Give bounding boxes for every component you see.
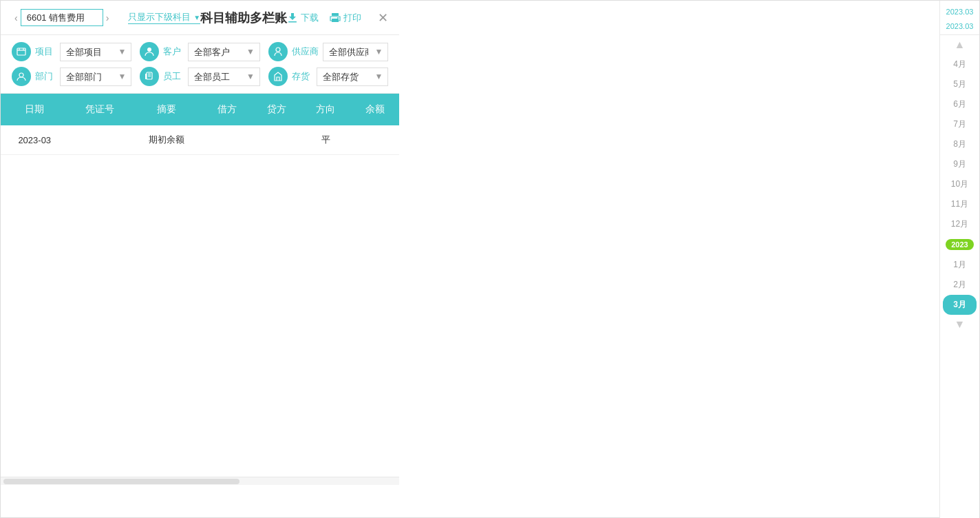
timeline-month-12[interactable]: 12月 bbox=[940, 214, 979, 234]
download-button[interactable]: 下载 bbox=[287, 12, 319, 24]
project-icon bbox=[12, 42, 31, 61]
cell-credit bbox=[252, 125, 301, 155]
inventory-select-wrapper: 全部存货 ▼ bbox=[317, 68, 388, 86]
page-title: 科目辅助多栏账 bbox=[200, 10, 287, 26]
filter-supplier: 供应商 全部供应商 ▼ bbox=[268, 42, 388, 61]
timeline-panel: 2023.03 2023.03 ▲ 4月 5月 6月 7月 8月 9月 10月 … bbox=[939, 1, 979, 518]
timeline-month-3-active[interactable]: 3月 bbox=[943, 295, 977, 315]
customer-select[interactable]: 全部客户 bbox=[188, 43, 259, 61]
show-sub-label: 只显示下级科目 bbox=[128, 11, 191, 23]
print-button[interactable]: 打印 bbox=[330, 12, 361, 24]
header-bar: ‹ › 只显示下级科目 ▼ 科目辅助多栏账 下载 bbox=[1, 1, 399, 35]
cell-balance bbox=[350, 125, 399, 155]
svg-point-3 bbox=[337, 17, 339, 19]
col-balance: 余额 bbox=[350, 94, 399, 125]
cell-direction: 平 bbox=[301, 125, 350, 155]
timeline-month-1[interactable]: 1月 bbox=[940, 255, 979, 275]
col-summary: 摘要 bbox=[131, 94, 202, 125]
show-sub-chevron-icon: ▼ bbox=[193, 14, 200, 21]
svg-point-8 bbox=[276, 48, 280, 52]
department-select-wrapper: 全部部门 ▼ bbox=[60, 68, 131, 86]
inventory-icon bbox=[268, 67, 288, 86]
inventory-label: 存货 bbox=[292, 70, 312, 83]
timeline-period-top-1[interactable]: 2023.03 bbox=[945, 3, 975, 21]
col-direction: 方向 bbox=[301, 94, 350, 125]
print-label: 打印 bbox=[343, 12, 361, 24]
filter-area: 项目 全部项目 ▼ bbox=[1, 35, 399, 94]
svg-rect-2 bbox=[332, 19, 339, 22]
timeline-month-8[interactable]: 8月 bbox=[940, 134, 979, 154]
action-buttons: 下载 打印 ✕ bbox=[287, 10, 388, 25]
filter-row-1: 项目 全部项目 ▼ bbox=[12, 42, 388, 61]
timeline-month-7[interactable]: 7月 bbox=[940, 114, 979, 134]
timeline-month-2[interactable]: 2月 bbox=[940, 275, 979, 295]
close-button[interactable]: ✕ bbox=[378, 10, 388, 25]
timeline-month-9[interactable]: 9月 bbox=[940, 154, 979, 174]
supplier-select-wrapper: 全部供应商 ▼ bbox=[323, 43, 388, 61]
customer-select-wrapper: 全部客户 ▼ bbox=[188, 43, 259, 61]
col-debit: 借方 bbox=[203, 94, 252, 125]
main-window: ‹ › 只显示下级科目 ▼ 科目辅助多栏账 下载 bbox=[0, 0, 980, 518]
project-select[interactable]: 全部项目 bbox=[60, 43, 131, 61]
horizontal-scrollbar-area[interactable] bbox=[1, 477, 399, 485]
employee-icon bbox=[140, 67, 159, 86]
svg-point-9 bbox=[19, 73, 23, 77]
timeline-month-4[interactable]: 4月 bbox=[940, 54, 979, 74]
inventory-select[interactable]: 全部存货 bbox=[317, 68, 388, 86]
department-select[interactable]: 全部部门 bbox=[60, 68, 131, 86]
cell-debit bbox=[203, 125, 252, 155]
svg-rect-4 bbox=[17, 48, 25, 55]
employee-select[interactable]: 全部员工 bbox=[188, 68, 259, 86]
customer-icon bbox=[140, 42, 159, 61]
download-label: 下载 bbox=[301, 12, 319, 24]
filter-customer: 客户 全部客户 ▼ bbox=[140, 42, 259, 61]
filter-project: 项目 全部项目 ▼ bbox=[12, 42, 131, 61]
svg-rect-11 bbox=[145, 74, 147, 79]
filter-employee: 员工 全部员工 ▼ bbox=[140, 67, 259, 86]
year-badge: 2023 bbox=[946, 239, 973, 250]
col-date: 日期 bbox=[1, 94, 69, 125]
print-icon bbox=[330, 12, 341, 23]
table-header-row: 日期 凭证号 摘要 借方 贷方 方向 余额 bbox=[1, 94, 399, 125]
timeline-period-top-2[interactable]: 2023.03 bbox=[940, 21, 979, 35]
customer-label: 客户 bbox=[163, 45, 184, 58]
show-sub-button[interactable]: 只显示下级科目 ▼ bbox=[128, 11, 200, 24]
download-icon bbox=[287, 12, 298, 23]
department-icon bbox=[12, 67, 31, 86]
filter-inventory: 存货 全部存货 ▼ bbox=[268, 67, 388, 86]
table-wrapper[interactable]: 日期 凭证号 摘要 借方 贷方 方向 余额 2023-03 bbox=[1, 94, 399, 477]
filter-department: 部门 全部部门 ▼ bbox=[12, 67, 131, 86]
project-label: 项目 bbox=[35, 45, 56, 58]
cell-voucher bbox=[69, 125, 131, 155]
svg-rect-0 bbox=[288, 21, 297, 23]
department-label: 部门 bbox=[35, 70, 56, 83]
cell-date: 2023-03 bbox=[1, 125, 69, 155]
horizontal-scrollbar[interactable] bbox=[3, 479, 239, 484]
employee-select-wrapper: 全部员工 ▼ bbox=[188, 68, 259, 86]
timeline-month-11[interactable]: 11月 bbox=[940, 194, 979, 214]
prev-arrow[interactable]: ‹ bbox=[12, 11, 21, 25]
cell-summary: 期初余额 bbox=[131, 125, 202, 155]
timeline-month-5[interactable]: 5月 bbox=[940, 74, 979, 94]
project-select-wrapper: 全部项目 ▼ bbox=[60, 43, 131, 61]
account-code-input[interactable] bbox=[21, 9, 103, 26]
table-row: 2023-03 期初余额 平 bbox=[1, 125, 399, 155]
timeline-month-10[interactable]: 10月 bbox=[940, 174, 979, 194]
supplier-select[interactable]: 全部供应商 bbox=[323, 43, 388, 61]
next-arrow[interactable]: › bbox=[103, 11, 112, 25]
supplier-label: 供应商 bbox=[292, 45, 319, 58]
col-credit: 贷方 bbox=[252, 94, 301, 125]
timeline-up-arrow[interactable]: ▲ bbox=[950, 35, 970, 54]
col-voucher: 凭证号 bbox=[69, 94, 131, 125]
content-area: ‹ › 只显示下级科目 ▼ 科目辅助多栏账 下载 bbox=[1, 1, 399, 517]
timeline-month-6[interactable]: 6月 bbox=[940, 94, 979, 114]
timeline-down-arrow[interactable]: ▼ bbox=[950, 315, 970, 334]
year-badge-wrapper: 2023 bbox=[946, 237, 973, 252]
supplier-icon bbox=[268, 42, 288, 61]
employee-label: 员工 bbox=[163, 70, 184, 83]
filter-row-2: 部门 全部部门 ▼ bbox=[12, 67, 388, 86]
svg-rect-1 bbox=[332, 13, 339, 16]
data-table: 日期 凭证号 摘要 借方 贷方 方向 余额 2023-03 bbox=[1, 94, 399, 155]
